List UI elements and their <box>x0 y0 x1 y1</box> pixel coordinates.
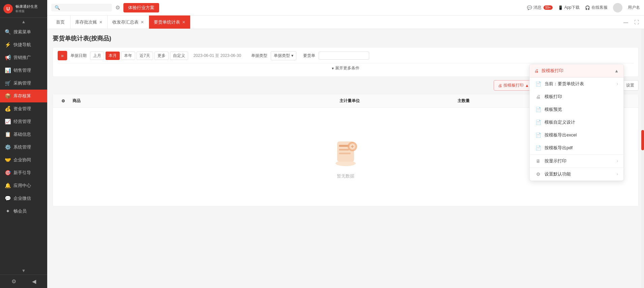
settings-icon[interactable]: ⚙ <box>11 278 16 285</box>
sidebar-item-apps[interactable]: 🔔 应用中心 <box>0 179 47 192</box>
sidebar-item-label: 企业协同 <box>13 157 31 163</box>
col-settings[interactable]: ⚙ <box>56 99 70 103</box>
print-dropdown-menu: 🖨 按模板打印 ▲ 📄 当前：要货单统计表 › 🖨 模板打印 📄 <box>529 64 624 181</box>
system-icon: ⚙️ <box>5 144 11 150</box>
tab-receipt-summary[interactable]: 收发存汇总表 ✕ <box>108 15 149 29</box>
sidebar-item-member[interactable]: ✦ 畅会员 <box>0 205 47 218</box>
svg-rect-3 <box>339 149 349 151</box>
tab-close-icon[interactable]: ✕ <box>141 20 144 25</box>
gear-icon[interactable]: ⚙ <box>115 4 120 11</box>
sidebar-item-system[interactable]: ⚙️ 系统管理 <box>0 141 47 154</box>
tab-close-icon[interactable]: ✕ <box>99 20 103 25</box>
tab-inventory-batch[interactable]: 库存批次账 ✕ <box>70 15 108 29</box>
sidebar-item-marketing[interactable]: 📢 营销推广 <box>0 51 47 64</box>
date-btn-current-month[interactable]: 本月 <box>106 52 120 60</box>
sidebar-item-label: 销售管理 <box>13 67 31 73</box>
trial-button[interactable]: 体验行业方案 <box>123 3 159 12</box>
tab-home[interactable]: 首页 <box>51 15 70 29</box>
service-button[interactable]: 🎧 在线客服 <box>585 5 608 10</box>
logo-badge: 标准版 <box>16 9 38 13</box>
app-download-button[interactable]: 📱 App下载 <box>558 5 580 10</box>
date-btn-current-year[interactable]: 本年 <box>121 52 135 60</box>
type-select-label: 单据类型 <box>274 53 290 59</box>
filter-expand-icon[interactable]: » <box>58 51 67 60</box>
guide-icon: 🎯 <box>5 170 11 176</box>
set-default-icon: ⚙ <box>535 171 541 177</box>
sidebar-logo: U 畅康通好生意 标准版 <box>0 0 47 18</box>
message-icon: 💬 <box>527 5 532 10</box>
date-btn-7days[interactable]: 近7天 <box>137 52 153 60</box>
dropdown-template-design[interactable]: 📄 模板自定义设计 <box>530 116 623 129</box>
topbar-right: 💬 消息 99+ 📱 App下载 🎧 在线客服 用户名 <box>527 3 640 12</box>
sidebar-scroll-up[interactable]: ▲ <box>0 18 47 26</box>
sidebar-item-label: 快捷导航 <box>13 42 31 48</box>
dropdown-export-pdf[interactable]: 📄 按模板导出pdf <box>530 141 623 154</box>
print-label: 按模板打印 <box>503 83 524 88</box>
dropdown-item-label: 按模板导出pdf <box>545 145 573 151</box>
goods-filter-input[interactable] <box>319 52 369 60</box>
tab-close-icon[interactable]: ✕ <box>182 20 185 25</box>
sidebar-item-finance[interactable]: 💰 资金管理 <box>0 102 47 115</box>
dropdown-template-preview[interactable]: 📄 模板预览 <box>530 103 623 116</box>
dropdown-item-label: 模板自定义设计 <box>545 119 575 125</box>
type-select[interactable]: 单据类型 ▾ <box>271 51 296 60</box>
dropdown-section-left: 🖥 按显示打印 <box>535 158 566 164</box>
sidebar-item-label: 新手引导 <box>13 170 31 176</box>
template-print-icon: 🖨 <box>535 94 541 99</box>
page-content: 要货单统计表(按商品) » 单据日期 上月 本月 本年 近7天 更多 自定义 2… <box>47 29 644 288</box>
sidebar-item-operations[interactable]: 📈 经营管理 <box>0 115 47 128</box>
dropdown-template-print[interactable]: 🖨 模板打印 <box>530 90 623 103</box>
operations-icon: 📈 <box>5 119 11 125</box>
sidebar-item-sales[interactable]: 📊 销售管理 <box>0 64 47 77</box>
print-button[interactable]: 🖨 按模板打印 ▲ <box>494 80 533 91</box>
sidebar-item-guide[interactable]: 🎯 新手引导 <box>0 166 47 179</box>
service-label: 在线客服 <box>591 5 608 10</box>
cooperation-icon: 🤝 <box>5 157 11 163</box>
type-filter-label: 单据类型 <box>251 53 267 59</box>
main: 🔍 ⚙ 体验行业方案 💬 消息 99+ 📱 App下载 🎧 在线客服 用户名 首… <box>47 0 644 288</box>
message-button[interactable]: 💬 消息 99+ <box>527 5 553 10</box>
sidebar-item-quick-nav[interactable]: ⚡ 快捷导航 <box>0 38 47 51</box>
dropdown-current-item[interactable]: 📄 当前：要货单统计表 › <box>530 77 623 90</box>
date-btn-more[interactable]: 更多 <box>154 52 169 60</box>
template-icon: 📄 <box>535 81 541 87</box>
dropdown-export-excel[interactable]: 📄 按模板导出excel <box>530 129 623 141</box>
collapse-icon[interactable]: ◀ <box>32 278 36 285</box>
settings-button[interactable]: 设置 <box>622 80 639 91</box>
empty-icon <box>329 135 362 168</box>
scrollbar-thumb[interactable] <box>641 130 644 150</box>
dropdown-item-label: 按模板导出excel <box>545 132 577 138</box>
sidebar-item-cooperation[interactable]: 🤝 企业协同 <box>0 154 47 166</box>
chevron-up-icon: ▲ <box>525 83 529 88</box>
dropdown-set-default[interactable]: ⚙ 设置默认功能 › <box>530 168 623 181</box>
sidebar-scroll-down[interactable]: ▼ <box>0 267 47 275</box>
dropdown-display-print[interactable]: 🖥 按显示打印 › <box>530 155 623 167</box>
sidebar-item-basics[interactable]: 📋 基础信息 <box>0 128 47 141</box>
quick-nav-icon: ⚡ <box>5 42 11 48</box>
tab-order-stats[interactable]: 要货单统计表 ✕ <box>149 15 191 29</box>
search-input[interactable] <box>62 5 109 10</box>
avatar[interactable] <box>613 3 622 12</box>
date-filter-label: 单据日期 <box>70 53 87 59</box>
basics-icon: 📋 <box>5 131 11 137</box>
message-label: 消息 <box>533 5 541 10</box>
export-pdf-icon: 📄 <box>535 145 541 151</box>
topbar-search-box[interactable]: 🔍 <box>51 4 112 11</box>
date-btn-custom[interactable]: 自定义 <box>170 52 188 60</box>
date-btn-prev-month[interactable]: 上月 <box>90 52 104 60</box>
scrollbar-track <box>641 29 644 288</box>
chevron-up-icon[interactable]: ▲ <box>614 68 619 73</box>
tab-minimize-button[interactable]: — <box>621 18 631 27</box>
tab-expand-button[interactable]: ⛶ <box>632 18 641 27</box>
sidebar-item-wechat[interactable]: 💬 企业微信 <box>0 192 47 205</box>
sidebar-item-search[interactable]: 🔍 搜索菜单 <box>0 26 47 38</box>
sidebar-item-inventory[interactable]: 📦 库存核算 <box>0 90 47 102</box>
dropdown-section-label: 设置默认功能 <box>545 171 571 177</box>
expand-more-label: 展开更多条件 <box>335 65 359 71</box>
sales-icon: 📊 <box>5 67 11 73</box>
sidebar-item-purchase[interactable]: 🛒 采购管理 <box>0 77 47 90</box>
dropdown-item-label: 模板打印 <box>545 94 562 100</box>
tabbar: 首页 库存批次账 ✕ 收发存汇总表 ✕ 要货单统计表 ✕ — ⛶ <box>47 15 644 29</box>
username: 用户名 <box>628 5 640 10</box>
sidebar-item-label: 资金管理 <box>13 106 31 112</box>
